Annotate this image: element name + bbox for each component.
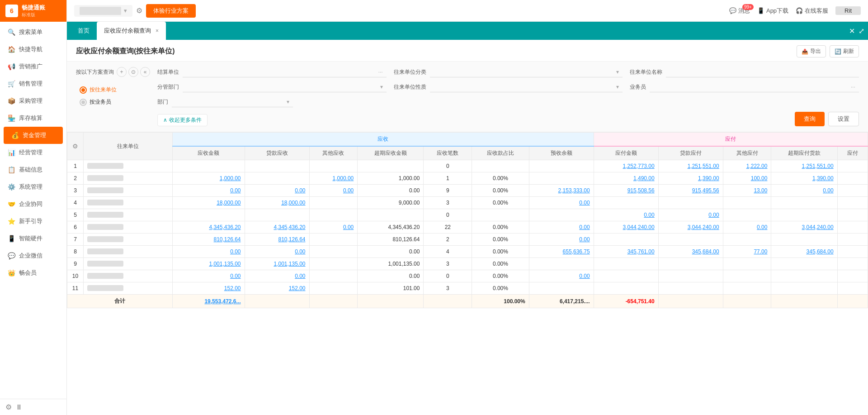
tab-home[interactable]: 首页 <box>71 22 97 40</box>
table-row: 10 0.000.000.0000.00%0.00 <box>67 270 868 282</box>
sidebar-item-purchase[interactable]: 📦 采购管理 <box>0 92 66 110</box>
scheme-item-by-staff[interactable]: 按业务员 <box>76 96 150 108</box>
sidebar-item-member[interactable]: 👑 畅会员 <box>0 264 66 281</box>
total-ar-overdue <box>358 295 424 308</box>
dept-input[interactable]: ▾ <box>172 97 293 107</box>
settlement-unit-label: 结算单位 <box>157 68 179 76</box>
sidebar-item-inventory[interactable]: 🏪 库存核算 <box>0 110 66 127</box>
table-header-sub-row: 应收金额 贷款应收 其他应收 超期应收金额 应收笔数 应收款占比 预收余额 应付… <box>67 146 868 160</box>
refresh-button[interactable]: 🔄 刷新 <box>830 45 859 57</box>
collapse-sidebar-icon[interactable]: ⏸ <box>15 403 23 411</box>
th-ap-extra: 应付 <box>837 146 868 160</box>
cell-partner <box>84 197 173 209</box>
unit-name-input[interactable] <box>666 67 859 77</box>
cell-partner <box>84 258 173 270</box>
refresh-icon: 🔄 <box>835 48 841 55</box>
field-unit-name: 往来单位名称 <box>630 67 859 77</box>
header-right-actions: 💬 消息 99+ 📱 App下载 🎧 在线客服 Rit <box>729 6 861 15</box>
table-row: 9 1,001,135.001,001,135.001,001,135.0030… <box>67 258 868 270</box>
total-ar-amount: 19,553,472,6... <box>173 295 245 308</box>
table-settings-icon[interactable]: ⚙ <box>72 143 78 150</box>
unit-category-arrow: ▾ <box>616 69 619 75</box>
tab-close-icon[interactable]: × <box>156 28 159 34</box>
app-download-label: App下载 <box>766 7 788 15</box>
header-gear-icon[interactable]: ⚙ <box>136 6 142 15</box>
company-selector[interactable]: ▾ <box>74 5 132 17</box>
window-close-icon[interactable]: ✕ <box>849 27 855 35</box>
sidebar: 6 畅捷通账 标准版 🔍 搜索菜单 🏠 快捷导航 📢 营销推广 🛒 销售管理 📦… <box>0 0 67 415</box>
more-scheme-button[interactable]: « <box>140 67 150 77</box>
cell-no: 9 <box>67 258 84 270</box>
sidebar-item-operation[interactable]: 📊 经营管理 <box>0 144 66 161</box>
table-row: 5 00.000.00 <box>67 209 868 221</box>
search-fields-area: 结算单位 ··· 往来单位分类 ▾ <box>157 67 859 126</box>
total-label: 合计 <box>67 295 173 308</box>
user-info-area[interactable]: Rit <box>835 6 861 15</box>
sidebar-item-sales[interactable]: 🛒 销售管理 <box>0 75 66 92</box>
logo-icon: 6 <box>5 5 18 17</box>
page-actions: 📤 导出 🔄 刷新 <box>797 45 859 57</box>
tab-receivable-query[interactable]: 应收应付余额查询 × <box>97 22 166 40</box>
collapse-conditions-button[interactable]: ∧ 收起更多条件 <box>157 114 208 126</box>
user-name: Rit <box>844 7 852 14</box>
query-button[interactable]: 查询 <box>795 112 825 126</box>
sidebar-item-basic-info[interactable]: 📋 基础信息 <box>0 161 66 178</box>
sidebar-item-system[interactable]: ⚙️ 系统管理 <box>0 178 66 196</box>
th-ar-count: 应收笔数 <box>424 146 472 160</box>
th-ar-overdue: 超期应收金额 <box>358 146 424 160</box>
dept-label: 部门 <box>157 98 168 106</box>
solution-button[interactable]: 体验行业方案 <box>146 4 196 18</box>
smart-hw-icon: 📱 <box>7 235 15 242</box>
export-button[interactable]: 📤 导出 <box>797 45 826 57</box>
window-expand-icon[interactable]: ⤢ <box>859 27 864 35</box>
scheme-label: 按以下方案查询 <box>76 68 114 76</box>
company-name <box>80 7 121 15</box>
total-ap-extra <box>837 295 868 308</box>
sidebar-item-corp-collab[interactable]: 🤝 企业协同 <box>0 196 66 213</box>
sidebar-item-wechat[interactable]: 💬 企业微信 <box>0 247 66 264</box>
sidebar-item-newbie[interactable]: ⭐ 新手引导 <box>0 213 66 230</box>
sidebar-item-quick-nav[interactable]: 🏠 快捷导航 <box>0 41 66 58</box>
table-row: 3 0.000.000.000.0090.00%2,153,333.00915,… <box>67 185 868 197</box>
unit-nature-input[interactable]: ▾ <box>430 82 623 92</box>
app-download-button[interactable]: 📱 App下载 <box>757 7 788 15</box>
cell-no: 7 <box>67 234 84 246</box>
page-title: 应收应付余额查询(按往来单位) <box>76 47 175 56</box>
field-salesperson: 业务员 ··· <box>630 82 859 92</box>
breadcrumb: ▾ ⚙ 体验行业方案 <box>74 4 724 18</box>
settings-footer-icon[interactable]: ⚙ <box>5 403 12 411</box>
edit-scheme-button[interactable]: ⊙ <box>128 67 138 77</box>
sidebar-item-search-menu[interactable]: 🔍 搜索菜单 <box>0 24 66 41</box>
company-dropdown-icon: ▾ <box>124 7 127 14</box>
cell-partner <box>84 221 173 234</box>
sidebar-item-marketing[interactable]: 📢 营销推广 <box>0 58 66 75</box>
online-service-button[interactable]: 🎧 在线客服 <box>796 7 828 15</box>
sidebar-item-smart-hw[interactable]: 📱 智能硬件 <box>0 230 66 247</box>
th-settings: ⚙ <box>67 133 84 160</box>
scheme-item-by-unit[interactable]: 按往来单位 <box>76 84 150 95</box>
dept-main-input[interactable]: ▾ <box>183 82 387 92</box>
table-row: 7 810,126.64810,126.64810,126.6420.00%0.… <box>67 234 868 246</box>
export-icon: 📤 <box>802 48 808 55</box>
table-header-group-row: ⚙ 往来单位 应收 应付 <box>67 133 868 147</box>
cell-partner <box>84 172 173 185</box>
th-ar-other: 其他应收 <box>309 146 358 160</box>
sidebar-item-finance[interactable]: 💰 资金管理 <box>4 127 63 144</box>
setting-button[interactable]: 设置 <box>828 112 859 126</box>
home-tab-label: 首页 <box>78 27 90 35</box>
page-header: 应收应付余额查询(按往来单位) 📤 导出 🔄 刷新 <box>67 40 868 62</box>
collapse-up-icon: ∧ <box>163 117 167 123</box>
settlement-unit-input[interactable]: ··· <box>183 67 387 77</box>
sidebar-logo: 6 畅捷通账 标准版 <box>0 0 66 22</box>
unit-category-input[interactable]: ▾ <box>430 67 623 77</box>
edition-label: 标准版 <box>22 12 45 18</box>
th-ap-loan: 贷款应付 <box>658 146 723 160</box>
th-ar-amount: 应收金额 <box>173 146 245 160</box>
add-scheme-button[interactable]: + <box>117 67 127 77</box>
th-ap-amount: 应付金额 <box>594 146 658 160</box>
cell-partner <box>84 246 173 258</box>
messages-button[interactable]: 💬 消息 99+ <box>729 7 750 15</box>
salesperson-input[interactable]: ··· <box>650 82 859 92</box>
total-ap-amount: -654,751.40 <box>594 295 658 308</box>
total-ar-ratio: 100.00% <box>472 295 529 308</box>
